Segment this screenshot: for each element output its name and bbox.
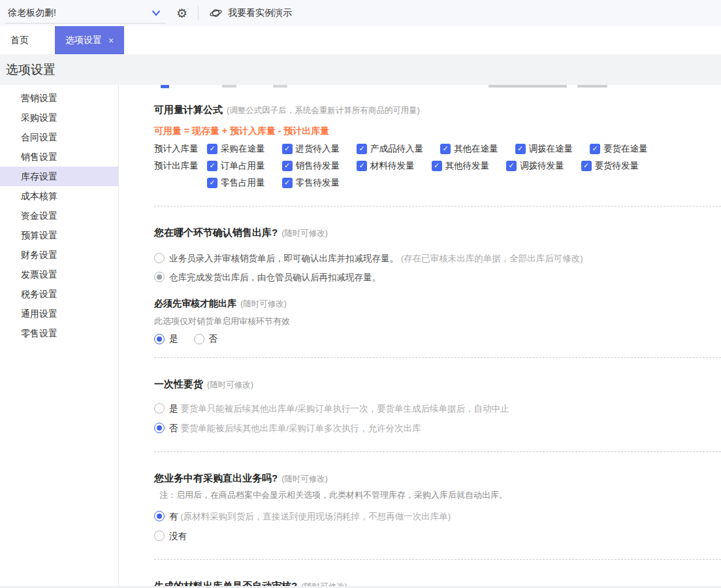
section-title-formula: 可用量计算公式(调整公式因子后，系统会重新计算所有商品的可用量) xyxy=(154,103,721,117)
checkbox-label: 零售占用量 xyxy=(221,177,265,189)
checkbox-option[interactable]: 产成品待入量 xyxy=(357,143,423,155)
checkbox-checked-icon[interactable] xyxy=(207,178,217,188)
sidebar-item-sales[interactable]: 销售设置 xyxy=(0,147,118,167)
sidebar-item-marketing[interactable]: 营销设置 xyxy=(0,88,118,108)
audit-yes-no-group: 是 否 xyxy=(154,333,721,345)
radio-label: 是 xyxy=(169,404,178,414)
radio-option-direct-no[interactable]: 没有 xyxy=(154,531,721,542)
radio-label: 是 xyxy=(169,333,178,345)
radio-option-salesperson-confirm[interactable]: 业务员录入并审核销货单后，即可确认出库并扣减现存量。 (存在已审核未出库的单据，… xyxy=(154,253,721,265)
checkbox-option[interactable]: 采购在途量 xyxy=(207,143,265,155)
sidebar-item-tax[interactable]: 税务设置 xyxy=(0,284,118,304)
sidebar-item-purchase[interactable]: 采购设置 xyxy=(0,108,118,127)
account-dropdown[interactable]: 徐老板勿删! xyxy=(5,3,166,24)
speech-bubble-icon xyxy=(209,7,223,19)
checkbox-checked-icon[interactable] xyxy=(282,161,293,171)
checkbox-label: 要货在途量 xyxy=(603,143,648,155)
checkbox-label: 销售待发量 xyxy=(296,160,340,172)
sidebar-item-invoice[interactable]: 发票设置 xyxy=(0,265,118,284)
page-title: 选项设置 xyxy=(0,54,721,85)
checkbox-option[interactable]: 其他待发量 xyxy=(432,160,490,172)
checkbox-checked-icon[interactable] xyxy=(207,161,217,171)
checkbox-checked-icon[interactable] xyxy=(440,144,451,154)
section-title-sales-outbound: 您在哪个环节确认销售出库?(随时可修改) xyxy=(154,226,721,240)
radio-checked-icon[interactable] xyxy=(154,334,165,344)
section-title-one-time: 一次性要货(随时可修改) xyxy=(154,378,721,391)
checkbox-checked-icon[interactable] xyxy=(282,178,293,188)
checkbox-option[interactable]: 材料待发量 xyxy=(357,160,415,172)
clipped-checkbox xyxy=(161,85,169,88)
checkbox-label: 要货待发量 xyxy=(595,160,639,172)
checkbox-checked-icon[interactable] xyxy=(581,161,592,171)
radio-desc: (原材料采购到货后，直接送到使用现场消耗掉，不想再做一次出库单) xyxy=(180,512,451,521)
radio-desc: 要货单能被后续其他出库单/采购订单多次执行，允许分次出库 xyxy=(180,423,421,433)
sidebar-item-finance[interactable]: 财务设置 xyxy=(0,245,118,265)
radio-label: 否 xyxy=(209,333,218,345)
radio-option-no[interactable]: 否 xyxy=(194,333,218,345)
radio-option-one-time-yes[interactable]: 是 要货单只能被后续其他出库单/采购订单执行一次，要货单生成后续单据后，自动中止 xyxy=(154,403,721,415)
radio-unchecked-icon[interactable] xyxy=(194,334,204,344)
radio-label: 没有 xyxy=(169,531,187,542)
tab-options-settings[interactable]: 选项设置 × xyxy=(55,26,124,54)
checkbox-option[interactable]: 要货在途量 xyxy=(590,143,648,155)
radio-desc: 要货单只能被后续其他出库单/采购订单执行一次，要货单生成后续单据后，自动中止 xyxy=(180,404,509,414)
checkbox-option[interactable]: 进货待入量 xyxy=(282,143,340,155)
radio-label: 有 xyxy=(169,512,178,521)
demo-link-label: 我要看实例演示 xyxy=(228,7,292,19)
checkbox-option[interactable]: 调拨在途量 xyxy=(515,143,573,155)
radio-checked-gray-icon[interactable] xyxy=(154,272,165,282)
checkbox-option[interactable]: 其他在途量 xyxy=(440,143,498,155)
checkbox-checked-icon[interactable] xyxy=(357,161,367,171)
checkbox-option[interactable]: 要货待发量 xyxy=(581,160,639,172)
settings-content: 可用量计算公式(调整公式因子后，系统会重新计算所有商品的可用量) 可用量 = 现… xyxy=(119,85,721,586)
sidebar-item-costing[interactable]: 成本核算 xyxy=(0,186,118,206)
sidebar-item-funds[interactable]: 资金设置 xyxy=(0,206,118,225)
checkbox-label: 零售待发量 xyxy=(296,177,340,189)
checkbox-checked-icon[interactable] xyxy=(506,161,517,171)
availability-formula: 可用量 = 现存量 + 预计入库量 - 预计出库量 xyxy=(154,125,721,137)
radio-option-warehouse-confirm[interactable]: 仓库完成发货出库后，由仓管员确认后再扣减现存量。 xyxy=(154,272,721,284)
radio-label: 否 xyxy=(169,423,178,433)
radio-option-direct-yes[interactable]: 有 (原材料采购到货后，直接送到使用现场消耗掉，不想再做一次出库单) xyxy=(154,511,721,523)
checkbox-label: 采购在途量 xyxy=(221,143,265,155)
radio-option-one-time-no[interactable]: 否 要货单能被后续其他出库单/采购订单多次执行，允许分次出库 xyxy=(154,423,721,434)
checkbox-checked-icon[interactable] xyxy=(515,144,526,154)
section-title-auto-audit: 生成的材料出库单是否自动审核?(随时可修改) xyxy=(154,580,721,586)
checkbox-label: 产成品待入量 xyxy=(370,143,423,155)
checkbox-checked-icon[interactable] xyxy=(432,161,442,171)
section-divider xyxy=(154,451,721,452)
settings-sidebar: 营销设置 采购设置 合同设置 销售设置 库存设置 成本核算 资金设置 预算设置 … xyxy=(0,85,119,586)
sidebar-item-retail[interactable]: 零售设置 xyxy=(0,323,118,343)
sidebar-item-inventory[interactable]: 库存设置 xyxy=(0,167,118,186)
chevron-down-icon xyxy=(152,10,161,16)
tab-home[interactable]: 首页 xyxy=(1,26,38,54)
radio-option-yes[interactable]: 是 xyxy=(154,333,178,345)
radio-unchecked-icon[interactable] xyxy=(154,403,165,414)
checkbox-option[interactable]: 销售待发量 xyxy=(282,160,340,172)
radio-checked-icon[interactable] xyxy=(154,511,165,521)
checkbox-option[interactable]: 零售占用量 xyxy=(207,177,265,189)
checkbox-option[interactable]: 零售待发量 xyxy=(282,177,340,189)
section-hint: (随时可修改) xyxy=(281,229,328,238)
radio-unchecked-icon[interactable] xyxy=(154,531,165,541)
checkbox-checked-icon[interactable] xyxy=(357,144,367,154)
top-bar: 徐老板勿删! ⚙ 我要看实例演示 xyxy=(0,0,721,26)
radio-unchecked-icon[interactable] xyxy=(154,253,165,263)
section-hint: (随时可修改) xyxy=(207,380,253,389)
close-icon[interactable]: × xyxy=(108,35,114,46)
checkbox-label: 进货待入量 xyxy=(296,143,340,155)
radio-checked-icon[interactable] xyxy=(154,423,165,433)
checkbox-option[interactable]: 调拨待发量 xyxy=(506,160,564,172)
section-divider xyxy=(154,357,721,358)
checkbox-checked-icon[interactable] xyxy=(282,144,293,154)
main-area: 营销设置 采购设置 合同设置 销售设置 库存设置 成本核算 资金设置 预算设置 … xyxy=(0,85,721,586)
checkbox-checked-icon[interactable] xyxy=(207,144,217,154)
checkbox-option[interactable]: 订单占用量 xyxy=(207,160,265,172)
gear-icon[interactable]: ⚙ xyxy=(176,7,187,20)
sidebar-item-contract[interactable]: 合同设置 xyxy=(0,127,118,147)
sidebar-item-budget[interactable]: 预算设置 xyxy=(0,225,118,245)
tab-options-label: 选项设置 xyxy=(65,35,102,46)
sidebar-item-general[interactable]: 通用设置 xyxy=(0,304,118,323)
demo-link[interactable]: 我要看实例演示 xyxy=(209,7,292,19)
checkbox-checked-icon[interactable] xyxy=(590,144,600,154)
